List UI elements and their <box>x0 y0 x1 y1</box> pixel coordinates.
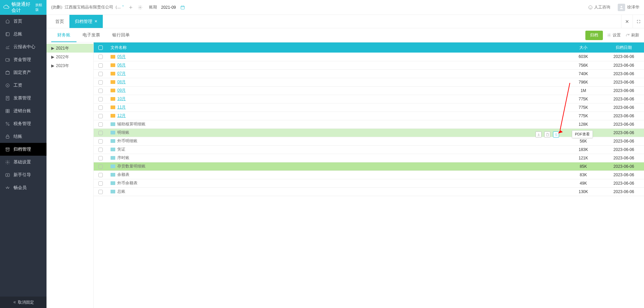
row-checkbox[interactable] <box>98 72 103 76</box>
row-checkbox[interactable] <box>98 148 103 152</box>
file-date: 2023-06-06 <box>604 171 644 179</box>
unpin-button[interactable]: 取消固定 <box>0 297 47 308</box>
row-checkbox[interactable] <box>98 131 103 135</box>
sidebar-item-salary[interactable]: ¥工资 <box>0 79 47 92</box>
row-checkbox[interactable] <box>98 173 103 177</box>
file-name: 外币明细账 <box>117 138 137 143</box>
file-name: 辅助核算明细账 <box>117 122 146 126</box>
folder-icon <box>111 190 115 193</box>
file-size: 85K <box>563 162 604 171</box>
row-checkbox[interactable] <box>98 139 103 144</box>
table-row[interactable]: 11月775K2023-06-06 <box>94 103 644 112</box>
file-date: 2023-06-06 <box>604 128 644 137</box>
table-row[interactable]: 07月740K2023-06-06 <box>94 69 644 78</box>
sidebar-item-home[interactable]: 首页 <box>0 15 47 28</box>
sidebar-item-settings[interactable]: 基础设置 <box>0 156 47 168</box>
sidebar-item-vip[interactable]: 畅会员 <box>0 181 47 194</box>
sidebar-item-assets[interactable]: 固定资产 <box>0 66 47 79</box>
subtab-0[interactable]: 财务账 <box>51 28 76 42</box>
tree-label: 2021年 <box>56 45 69 51</box>
file-name[interactable]: 07月 <box>117 71 126 76</box>
table-row[interactable]: 辅助核算明细账128K2023-06-06 <box>94 120 644 128</box>
table-row[interactable]: 12月775K2023-06-06 <box>94 112 644 120</box>
row-checkbox[interactable] <box>98 164 103 169</box>
pdf-export-icon[interactable] <box>544 131 550 137</box>
pdf-view-icon[interactable] <box>553 131 559 137</box>
sidebar-item-tax[interactable]: 税务管理 <box>0 117 47 130</box>
close-window-button[interactable]: ✕ <box>621 15 633 28</box>
download-action-icon[interactable] <box>535 131 542 137</box>
table-row[interactable]: 凭证183K2023-06-06 <box>94 145 644 154</box>
file-name[interactable]: 11月 <box>117 105 126 110</box>
tab-0[interactable]: 首页 <box>50 15 69 28</box>
row-checkbox[interactable] <box>98 63 103 68</box>
file-size: 775K <box>563 95 604 103</box>
table-row[interactable]: 序时账121K2023-06-06 <box>94 154 644 162</box>
svg-point-22 <box>7 161 8 163</box>
row-checkbox[interactable] <box>98 105 103 110</box>
file-date: 2023-06-06 <box>604 53 644 61</box>
tree-item-0[interactable]: ▶2021年 <box>47 44 93 53</box>
file-name[interactable]: 08月 <box>117 80 126 84</box>
user-menu[interactable]: 徐泽华 <box>618 4 639 11</box>
subtab-1[interactable]: 电子发票 <box>76 28 106 42</box>
sidebar-item-label: 首页 <box>13 18 22 24</box>
file-name[interactable]: 09月 <box>117 88 126 93</box>
tab-1[interactable]: 归档管理✕ <box>69 15 103 28</box>
table-row[interactable]: 余额表83K2023-06-06 <box>94 171 644 179</box>
tree-item-1[interactable]: ▶2022年 <box>47 53 93 61</box>
select-all-checkbox[interactable] <box>98 45 103 50</box>
support-link[interactable]: 人工咨询 <box>588 4 610 10</box>
sidebar-item-close[interactable]: 结账 <box>0 130 47 143</box>
caret-icon: ▶ <box>51 55 54 59</box>
table-row[interactable]: 10月775K2023-06-06 <box>94 95 644 103</box>
table-row[interactable]: 外币明细账56K2023-06-06 <box>94 137 644 145</box>
file-date: 2023-06-06 <box>604 78 644 86</box>
wallet-icon <box>5 57 10 62</box>
svg-rect-14 <box>8 111 9 113</box>
row-checkbox[interactable] <box>98 55 103 59</box>
sidebar-item-invoice[interactable]: 发票管理 <box>0 92 47 104</box>
settings-link[interactable]: 设置 <box>607 32 621 38</box>
fullscreen-button[interactable] <box>633 15 644 28</box>
file-name[interactable]: 05月 <box>117 54 126 59</box>
file-name[interactable]: 06月 <box>117 63 126 67</box>
calendar-icon[interactable] <box>180 5 185 10</box>
table-row[interactable]: 外币余额表49K2023-06-06 <box>94 179 644 187</box>
sidebar-item-ledger[interactable]: 总账 <box>0 28 47 40</box>
sidebar-item-reports[interactable]: 云报表中心 <box>0 40 47 53</box>
sidebar-item-archive[interactable]: 归档管理 <box>0 143 47 156</box>
close-icon[interactable]: ✕ <box>94 19 97 24</box>
file-name[interactable]: 12月 <box>117 113 126 118</box>
add-icon[interactable] <box>128 5 133 10</box>
sidebar-item-stock[interactable]: 进销台账 <box>0 104 47 117</box>
table-row[interactable]: 存货数量明细账85K2023-06-06 <box>94 162 644 171</box>
file-name[interactable]: 10月 <box>117 96 126 101</box>
row-checkbox[interactable] <box>98 114 103 118</box>
table-row[interactable]: 08月796K2023-06-06 <box>94 78 644 86</box>
row-checkbox[interactable] <box>98 80 103 85</box>
tree-item-2[interactable]: ▶2023年 <box>47 61 93 70</box>
archive-button[interactable]: 归档 <box>585 31 603 40</box>
row-checkbox[interactable] <box>98 181 103 186</box>
refresh-link[interactable]: 刷新 <box>625 32 639 38</box>
sidebar-item-guide[interactable]: 新手引导 <box>0 168 47 181</box>
row-checkbox[interactable] <box>98 89 103 93</box>
sidebar-item-funds[interactable]: 资金管理 <box>0 53 47 66</box>
tree-label: 2022年 <box>56 54 69 60</box>
subtab-2[interactable]: 银行回单 <box>106 28 136 42</box>
table-row[interactable]: 05月603K2023-06-06 <box>94 53 644 61</box>
period-value[interactable]: 2021-09 <box>161 5 176 10</box>
gear-icon[interactable] <box>137 5 143 10</box>
row-checkbox[interactable] <box>98 97 103 101</box>
caret-icon: ▶ <box>51 63 54 68</box>
row-checkbox[interactable] <box>98 190 103 194</box>
table-row[interactable]: 明细账30K2023-06-06 <box>94 128 644 137</box>
row-checkbox[interactable] <box>98 156 103 160</box>
row-checkbox[interactable] <box>98 122 103 127</box>
company-selector[interactable]: (勿删）江西服宝精品有限责任公司（... ˅ <box>51 4 124 10</box>
sidebar-item-label: 结账 <box>13 133 22 140</box>
table-row[interactable]: 总账130K2023-06-06 <box>94 187 644 196</box>
table-row[interactable]: 06月756K2023-06-06 <box>94 61 644 69</box>
table-row[interactable]: 09月1M2023-06-06 <box>94 86 644 95</box>
